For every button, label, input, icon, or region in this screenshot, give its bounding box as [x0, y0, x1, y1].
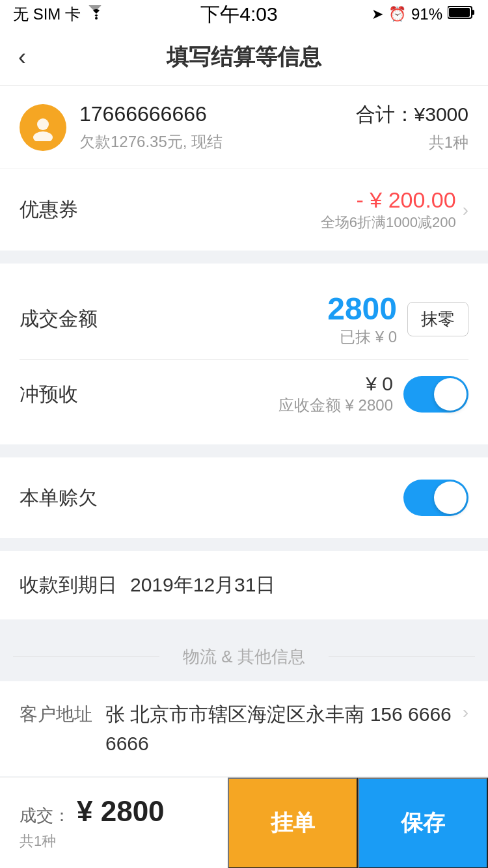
logistics-header: 物流 & 其他信息 [0, 632, 488, 681]
customer-info: 17666666666 欠款1276.35元, 现结 [79, 102, 223, 152]
status-bar: 无 SIM 卡 下午4:03 ➤ ⏰ 91% [0, 0, 488, 29]
customer-sub: 欠款1276.35元, 现结 [79, 131, 223, 152]
bottom-summary-label: 成交： [20, 804, 70, 827]
debt-toggle-knob [434, 481, 467, 514]
total-count: 共1种 [356, 132, 468, 153]
save-button[interactable]: 保存 [358, 778, 488, 869]
logistics-line-right [329, 657, 475, 657]
svg-rect-3 [449, 8, 470, 17]
bottom-summary-amount: ¥ 2800 [77, 795, 165, 828]
debt-label: 本单赊欠 [20, 485, 98, 511]
status-left: 无 SIM 卡 [13, 4, 107, 25]
toggle-knob [434, 378, 467, 411]
coupon-label: 优惠券 [20, 197, 78, 223]
precharge-toggle[interactable] [403, 376, 468, 413]
debt-row: 本单赊欠 [20, 473, 468, 522]
transaction-right: 2800 已抹 ¥ 0 抹零 [327, 291, 468, 347]
coupon-chevron-icon: › [463, 200, 468, 221]
section-divider-3 [0, 538, 488, 551]
bottom-summary-top: 成交： ¥ 2800 [20, 795, 208, 828]
address-chevron-icon: › [463, 702, 468, 723]
wifi-icon [86, 5, 107, 23]
avatar [20, 104, 66, 151]
round-button[interactable]: 抹零 [407, 302, 468, 336]
transaction-section: 成交金额 2800 已抹 ¥ 0 抹零 冲预收 ¥ 0 应收金额 ¥ 2800 [0, 264, 488, 444]
page-title: 填写结算等信息 [167, 42, 321, 72]
coupon-right: - ¥ 200.00 全场6折满1000减200 › [321, 187, 468, 232]
back-button[interactable]: ‹ [18, 44, 26, 71]
hang-button[interactable]: 挂单 [228, 778, 358, 869]
svg-point-4 [37, 118, 49, 130]
address-label: 客户地址 [20, 702, 92, 727]
due-date-label: 收款到期日 [20, 572, 117, 599]
svg-point-5 [33, 131, 53, 141]
precharge-main: ¥ 0 [278, 373, 393, 395]
battery-text: 91% [411, 5, 442, 23]
address-section[interactable]: 客户地址 张 北京市市辖区海淀区永丰南 156 6666 6666 › [0, 681, 488, 776]
customer-right: 合计：¥3000 共1种 [356, 102, 468, 153]
logistics-line-left [13, 657, 159, 657]
section-divider-4 [0, 619, 488, 632]
customer-card: 17666666666 欠款1276.35元, 现结 合计：¥3000 共1种 [0, 86, 488, 169]
logistics-title: 物流 & 其他信息 [183, 645, 305, 668]
total-amount: 合计：¥3000 [356, 102, 468, 128]
section-divider-1 [0, 251, 488, 264]
precharge-sub: 应收金额 ¥ 2800 [278, 395, 393, 416]
debt-section: 本单赊欠 [0, 457, 488, 538]
transaction-row: 成交金额 2800 已抹 ¥ 0 抹零 [20, 279, 468, 359]
battery-icon [448, 5, 475, 23]
due-date-section: 收款到期日 2019年12月31日 [0, 551, 488, 619]
due-date-row: 收款到期日 2019年12月31日 [20, 572, 468, 599]
nav-bar: ‹ 填写结算等信息 [0, 29, 488, 86]
svg-point-0 [95, 17, 98, 20]
precharge-right: ¥ 0 应收金额 ¥ 2800 [278, 373, 468, 416]
status-right: ➤ ⏰ 91% [372, 5, 475, 23]
precharge-row: 冲预收 ¥ 0 应收金额 ¥ 2800 [20, 359, 468, 429]
time-text: 下午4:03 [200, 1, 277, 28]
transaction-amount: 2800 [327, 291, 397, 327]
alarm-icon: ⏰ [388, 6, 406, 23]
bottom-summary-sub: 共1种 [20, 832, 208, 851]
customer-phone: 17666666666 [79, 102, 223, 126]
coupon-row[interactable]: 优惠券 - ¥ 200.00 全场6折满1000减200 › [0, 169, 488, 251]
svg-rect-2 [472, 10, 474, 15]
customer-left: 17666666666 欠款1276.35元, 现结 [20, 102, 223, 152]
due-date-value: 2019年12月31日 [130, 572, 275, 599]
carrier-text: 无 SIM 卡 [13, 4, 81, 25]
section-divider-2 [0, 444, 488, 457]
precharge-label: 冲预收 [20, 381, 78, 408]
transaction-sub: 已抹 ¥ 0 [327, 327, 397, 347]
bottom-bar: 成交： ¥ 2800 共1种 挂单 保存 [0, 777, 488, 868]
debt-toggle[interactable] [403, 480, 468, 516]
coupon-discount: - ¥ 200.00 [321, 187, 456, 213]
transaction-label: 成交金额 [20, 306, 98, 332]
address-value: 张 北京市市辖区海淀区永丰南 156 6666 6666 [105, 699, 463, 758]
coupon-sub: 全场6折满1000减200 [321, 213, 456, 232]
bottom-summary: 成交： ¥ 2800 共1种 [0, 795, 228, 851]
precharge-amounts: ¥ 0 应收金额 ¥ 2800 [278, 373, 393, 416]
location-icon: ➤ [372, 6, 383, 23]
